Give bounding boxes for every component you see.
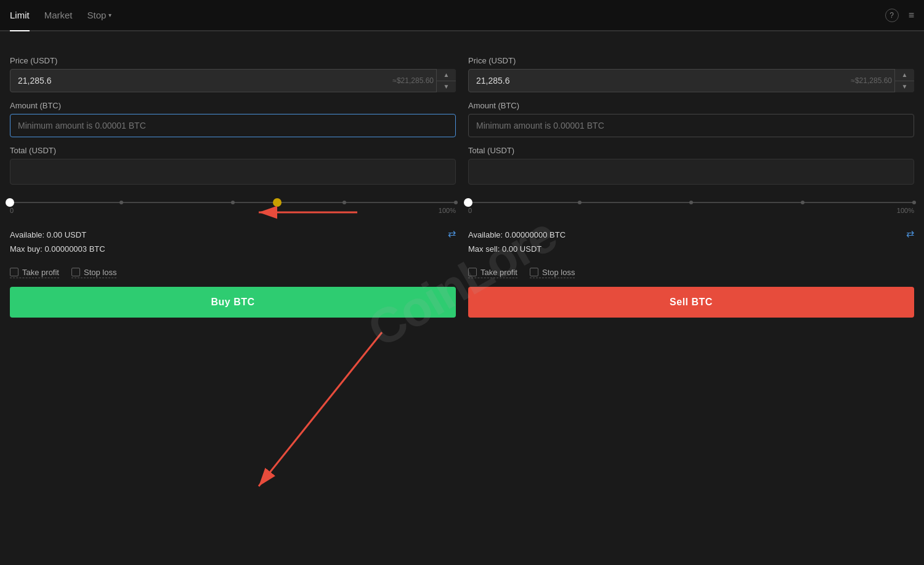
buy-slider-dot-25 xyxy=(120,201,123,204)
buy-amount-label: Amount (BTC) xyxy=(10,101,456,110)
tab-market[interactable]: Market xyxy=(44,7,73,23)
sell-price-up[interactable]: ▲ xyxy=(895,69,914,81)
main-content: Price (USDT) ≈$21,285.60 ▲ ▼ Amount (BTC… xyxy=(0,44,924,327)
sell-price-spinner: ▲ ▼ xyxy=(894,69,914,92)
buy-total-label: Total (USDT) xyxy=(10,146,456,155)
buy-available-text: Available: 0.00 USDT Max buy: 0.00000003… xyxy=(10,228,105,257)
buy-slider-max: 100% xyxy=(439,207,456,214)
sell-take-profit-label[interactable]: Take profit xyxy=(468,268,517,278)
buy-max-line: Max buy: 0.00000003 BTC xyxy=(10,242,105,256)
sell-slider-min: 0 xyxy=(468,207,472,214)
buy-price-wrapper: ≈$21,285.60 ▲ ▼ xyxy=(10,69,456,92)
buy-amount-input[interactable] xyxy=(10,114,456,137)
buy-slider-track xyxy=(10,202,456,203)
buy-total-input[interactable] xyxy=(10,159,456,185)
buy-button[interactable]: Buy BTC xyxy=(10,287,456,318)
buy-available-line: Available: 0.00 USDT xyxy=(10,228,105,242)
tab-limit[interactable]: Limit xyxy=(10,7,30,23)
buy-price-field: Price (USDT) ≈$21,285.60 ▲ ▼ xyxy=(10,56,456,92)
buy-stop-loss-checkbox[interactable] xyxy=(71,268,80,276)
sell-take-profit-checkbox[interactable] xyxy=(468,268,477,276)
sell-amount-field: Amount (BTC) xyxy=(468,101,914,137)
sell-price-down[interactable]: ▼ xyxy=(895,81,914,93)
sell-slider-container: 0 100% xyxy=(468,193,914,219)
buy-total-field: Total (USDT) xyxy=(10,146,456,185)
sell-slider-dot-100 xyxy=(912,201,916,204)
buy-amount-field: Amount (BTC) xyxy=(10,101,456,137)
buy-slider-labels: 0 100% xyxy=(10,207,456,214)
sell-panel: Price (USDT) ≈$21,285.60 ▲ ▼ Amount (BTC… xyxy=(468,56,914,318)
buy-available-info: Available: 0.00 USDT Max buy: 0.00000003… xyxy=(10,228,456,257)
buy-panel: Price (USDT) ≈$21,285.60 ▲ ▼ Amount (BTC… xyxy=(10,56,456,318)
top-bar-right: ? ≡ xyxy=(885,9,914,22)
buy-slider-dot-75 xyxy=(342,201,346,204)
buy-stop-loss-text: Stop loss xyxy=(84,268,116,277)
sell-button[interactable]: Sell BTC xyxy=(468,287,914,318)
buy-take-profit-label[interactable]: Take profit xyxy=(10,268,59,278)
sell-slider-thumb[interactable] xyxy=(464,198,472,207)
sell-max-line: Max sell: 0.00 USDT xyxy=(468,242,565,256)
buy-price-down[interactable]: ▼ xyxy=(437,81,456,93)
sell-price-field: Price (USDT) ≈$21,285.60 ▲ ▼ xyxy=(468,56,914,92)
buy-stop-loss-label[interactable]: Stop loss xyxy=(71,268,116,278)
sell-slider-max: 100% xyxy=(897,207,914,214)
top-bar: Limit Market Stop ▾ ? ≡ xyxy=(0,0,924,31)
sell-take-profit-text: Take profit xyxy=(480,268,517,277)
sell-price-wrapper: ≈$21,285.60 ▲ ▼ xyxy=(468,69,914,92)
sell-available-text: Available: 0.00000000 BTC Max sell: 0.00… xyxy=(468,228,565,257)
sell-transfer-icon[interactable]: ⇄ xyxy=(906,228,914,239)
buy-take-profit-checkbox[interactable] xyxy=(10,268,18,276)
buy-transfer-icon[interactable]: ⇄ xyxy=(448,228,456,239)
sell-price-label: Price (USDT) xyxy=(468,56,914,65)
buy-slider-min: 0 xyxy=(10,207,14,214)
help-icon[interactable]: ? xyxy=(885,9,899,22)
buy-checkboxes: Take profit Stop loss xyxy=(10,268,456,278)
sell-price-input[interactable] xyxy=(468,69,914,92)
sell-slider-dot-25 xyxy=(578,201,582,204)
chevron-down-icon: ▾ xyxy=(108,12,111,18)
buy-slider-thumb-yellow[interactable] xyxy=(273,198,282,207)
sell-total-label: Total (USDT) xyxy=(468,146,914,155)
sell-stop-loss-text: Stop loss xyxy=(542,268,575,277)
menu-icon[interactable]: ≡ xyxy=(909,10,914,21)
svg-line-3 xyxy=(259,332,382,486)
buy-slider-thumb[interactable] xyxy=(6,198,14,207)
sell-amount-label: Amount (BTC) xyxy=(468,101,914,110)
sell-amount-input[interactable] xyxy=(468,114,914,137)
tab-stop[interactable]: Stop ▾ xyxy=(87,7,112,23)
sell-available-line: Available: 0.00000000 BTC xyxy=(468,228,565,242)
buy-take-profit-text: Take profit xyxy=(22,268,59,277)
buy-price-label: Price (USDT) xyxy=(10,56,456,65)
sell-slider-track xyxy=(468,202,914,203)
sell-slider-dot-75 xyxy=(801,201,804,204)
buy-slider-container: 0 100% xyxy=(10,193,456,219)
buy-slider-dot-50 xyxy=(231,201,235,204)
buy-price-up[interactable]: ▲ xyxy=(437,69,456,81)
sell-total-field: Total (USDT) xyxy=(468,146,914,185)
sell-available-info: Available: 0.00000000 BTC Max sell: 0.00… xyxy=(468,228,914,257)
sell-stop-loss-label[interactable]: Stop loss xyxy=(530,268,575,278)
sell-stop-loss-checkbox[interactable] xyxy=(530,268,538,276)
buy-price-input[interactable] xyxy=(10,69,456,92)
sell-checkboxes: Take profit Stop loss xyxy=(468,268,914,278)
sell-total-input[interactable] xyxy=(468,159,914,185)
order-tabs: Limit Market Stop ▾ xyxy=(10,7,111,23)
buy-slider-dot-100 xyxy=(454,201,458,204)
divider xyxy=(0,31,924,31)
buy-price-spinner: ▲ ▼ xyxy=(436,69,456,92)
sell-slider-labels: 0 100% xyxy=(468,207,914,214)
sell-slider-dot-50 xyxy=(689,201,693,204)
